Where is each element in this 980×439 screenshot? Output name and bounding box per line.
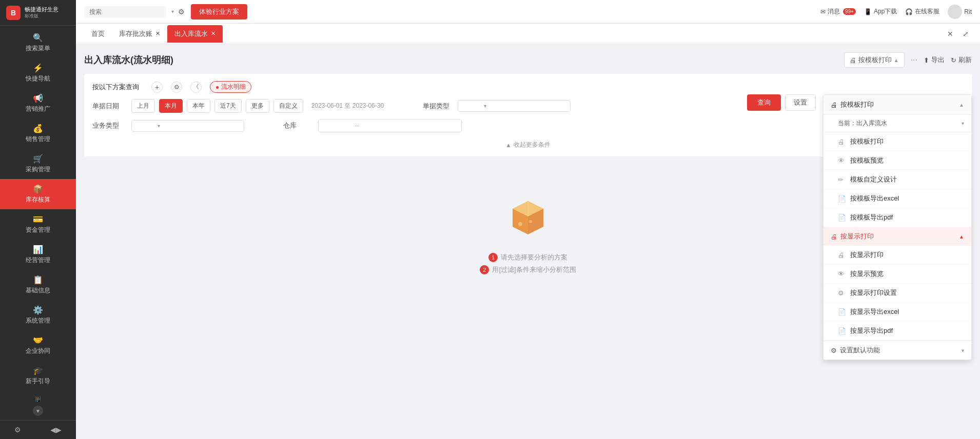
display-print-section-icon: 🖨 [831, 233, 837, 241]
tab-batch[interactable]: 库存批次账 ✕ [112, 25, 167, 43]
tab-home[interactable]: 首页 [84, 25, 112, 43]
user-area[interactable]: Rit [948, 5, 972, 19]
dropdown-current-item[interactable]: 当前：出入库流水 ▾ [824, 115, 971, 132]
dropdown-footer[interactable]: ⚙ 设置默认功能 ▾ [824, 341, 971, 360]
date-btn-more[interactable]: 更多 [246, 99, 269, 113]
sidebar-item-guide[interactable]: 🎓 新手引导 [0, 361, 76, 391]
marketing-icon: 📢 [33, 93, 43, 103]
logo-sub: 标准版 [25, 13, 58, 19]
settings-icon[interactable]: ⚙ [14, 426, 21, 434]
trial-btn[interactable]: 体验行业方案 [191, 4, 247, 19]
warehouse-select[interactable]: ··· [318, 119, 462, 132]
dropdown-item-template-excel[interactable]: 📄 按模板导出excel [824, 189, 971, 208]
topbar-search-box[interactable] [84, 6, 166, 17]
sidebar-item-label: 销售管理 [26, 135, 50, 144]
biz-type-select[interactable]: ▾ [131, 120, 244, 132]
sidebar-scroll-down[interactable]: ▼ [33, 406, 43, 416]
sidebar-item-system[interactable]: ⚙️ 系统管理 [0, 300, 76, 330]
topbar-right: ✉ 消息 99+ 📱 App下载 🎧 在线客服 Rit [820, 5, 972, 19]
avatar [948, 5, 962, 19]
dropdown-item-template-print[interactable]: 🖨 按模板打印 [824, 132, 971, 151]
message-icon: ✉ [820, 8, 826, 15]
sidebar-item-finance[interactable]: 💳 资金管理 [0, 209, 76, 240]
basic-icon: 📋 [33, 275, 43, 285]
display-print-section-header[interactable]: 🖨 按显示打印 ▲ [824, 227, 971, 246]
sidebar-item-label: 资金管理 [26, 226, 50, 234]
dropdown-item-display-preview[interactable]: 👁 按显示预览 [824, 265, 971, 284]
template-custom-label: 模板自定义设计 [850, 175, 897, 184]
sidebar-item-search[interactable]: 🔍 搜索菜单 [0, 28, 76, 58]
sidebar-item-enterprise[interactable]: 🤝 企业协同 [0, 330, 76, 361]
doc-type-select[interactable]: ▾ [458, 100, 571, 112]
sidebar-item-inventory[interactable]: 📦 库存核算 [0, 179, 76, 209]
date-filter-label: 单据日期 [92, 102, 123, 111]
collapse-conditions-btn[interactable]: ▲ 收起更多条件 [505, 141, 551, 149]
date-btn-7days[interactable]: 近7天 [214, 99, 242, 113]
tab-batch-close-icon[interactable]: ✕ [155, 30, 160, 37]
app-download-btn[interactable]: 📱 App下载 [864, 7, 897, 16]
topbar-chevron-icon[interactable]: ▾ [171, 9, 174, 14]
app-download-icon: 📱 [864, 8, 872, 15]
filter-add-btn[interactable]: + [151, 82, 163, 93]
topbar-gear-icon[interactable]: ⚙ [178, 8, 185, 16]
empty-hint-1-text: 请先选择要分析的方案 [501, 253, 567, 262]
export-icon: ⬆ [924, 56, 929, 64]
collapse-sidebar-icon[interactable]: ◀▶ [50, 426, 62, 434]
sidebar-item-quicknav[interactable]: ⚡ 快捷导航 [0, 58, 76, 88]
appcenter-icon: 📱 [33, 396, 43, 402]
template-preview-label: 按模板预览 [850, 156, 884, 165]
template-custom-icon: ✏ [838, 176, 846, 184]
print-btn[interactable]: 🖨 按模板打印 ▲ [844, 52, 905, 68]
dropdown-item-template-preview[interactable]: 👁 按模板预览 [824, 151, 971, 170]
tab-flow-close-icon[interactable]: ✕ [211, 30, 215, 37]
filter-tag[interactable]: ● 流水明细 [210, 81, 251, 93]
page-actions-more-icon[interactable]: ··· [911, 55, 917, 65]
tab-flow[interactable]: 出入库流水 ✕ [167, 25, 223, 43]
sidebar-item-appcenter[interactable]: 📱 应用中心 [0, 391, 76, 402]
dropdown-item-display-excel[interactable]: 📄 按显示导出excel [824, 303, 971, 322]
online-service-label: 在线客服 [915, 7, 939, 16]
sidebar-item-marketing[interactable]: 📢 营销推广 [0, 88, 76, 118]
sales-icon: 💰 [33, 124, 43, 133]
sidebar-item-label: 库存核算 [26, 195, 50, 204]
sidebar-item-basic[interactable]: 📋 基础信息 [0, 270, 76, 300]
dropdown-item-template-custom[interactable]: ✏ 模板自定义设计 [824, 170, 971, 189]
dropdown-header-up-icon[interactable]: ▲ [959, 102, 964, 108]
print-dropdown-panel: 🖨 按模板打印 ▲ 当前：出入库流水 ▾ 🖨 按模板打印 👁 按模板预览 ✏ 模… [823, 94, 972, 360]
date-btn-prev-month[interactable]: 上月 [131, 99, 155, 113]
online-service-btn[interactable]: 🎧 在线客服 [905, 7, 939, 16]
sidebar-item-purchase[interactable]: 🛒 采购管理 [0, 149, 76, 179]
dropdown-item-display-pdf[interactable]: 📄 按显示导出pdf [824, 322, 971, 341]
date-range-text: 2023-06-01 至 2023-06-30 [311, 102, 384, 110]
date-btn-this-year[interactable]: 本年 [187, 99, 210, 113]
tab-maximize-btn[interactable]: ⤢ [959, 28, 972, 40]
message-btn[interactable]: ✉ 消息 99+ [820, 7, 856, 16]
empty-state-icon [502, 193, 554, 245]
sidebar-bottom: ⚙ ◀▶ [0, 420, 76, 439]
tabs-right-controls: ✕ ⤢ [944, 28, 972, 40]
dropdown-current-text: 当前：出入库流水 [838, 119, 887, 128]
query-btn[interactable]: 查询 [747, 94, 781, 111]
search-nav-icon: 🔍 [33, 33, 43, 43]
date-filter-controls: 上月 本月 本年 近7天 更多 自定义 2023-06-01 至 2023-06… [131, 99, 384, 113]
print-chevron-icon: ▲ [894, 57, 899, 63]
export-label: 导出 [931, 55, 945, 65]
date-btn-this-month[interactable]: 本月 [159, 99, 183, 113]
dropdown-item-template-pdf[interactable]: 📄 按模板导出pdf [824, 208, 971, 227]
search-input[interactable] [89, 8, 151, 15]
display-pdf-icon: 📄 [838, 327, 846, 335]
query-actions: 查询 设置 [747, 94, 816, 111]
sidebar-item-sales[interactable]: 💰 销售管理 [0, 118, 76, 149]
filter-tag-icon: ● [215, 84, 219, 91]
dropdown-item-display-print[interactable]: 🖨 按显示打印 [824, 246, 971, 265]
filter-collapse-btn[interactable]: 《 [190, 82, 202, 93]
sidebar-item-operation[interactable]: 📊 经营管理 [0, 240, 76, 270]
dropdown-item-display-settings[interactable]: ⚙ 按显示打印设置 [824, 284, 971, 303]
refresh-btn[interactable]: ↻ 刷新 [951, 55, 972, 65]
date-btn-custom[interactable]: 自定义 [273, 99, 303, 113]
biz-type-label: 业务类型 [92, 121, 123, 130]
filter-setting-btn[interactable]: ⚙ [171, 82, 182, 93]
settings-query-btn[interactable]: 设置 [785, 94, 816, 111]
export-btn[interactable]: ⬆ 导出 [924, 55, 945, 65]
tab-close-all-btn[interactable]: ✕ [944, 28, 956, 40]
